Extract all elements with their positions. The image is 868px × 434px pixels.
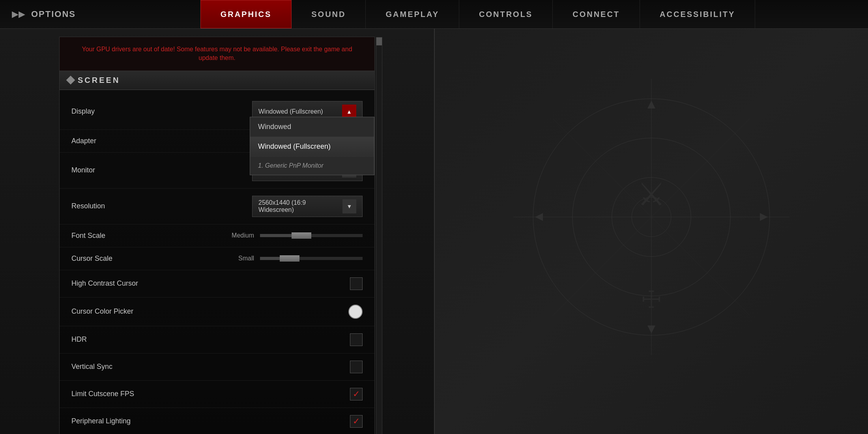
tab-sound[interactable]: SOUND (292, 0, 366, 28)
display-dropdown-options: Windowed Windowed (Fullscreen) 1. Generi… (250, 117, 374, 175)
main-content: Your GPU drivers are out of date! Some f… (0, 29, 434, 434)
cursor-scale-setting-row: Cursor Scale Small (60, 247, 374, 270)
font-scale-slider-empty (311, 234, 363, 237)
cursor-scale-label: Cursor Scale (71, 254, 226, 263)
limit-cutscene-fps-checkbox[interactable]: ✓ (350, 388, 363, 400)
right-decoration-panel: ⚔ ☩ (434, 0, 868, 434)
nav-tabs: GRAPHICS SOUND GAMEPLAY CONTROLS CONNECT… (88, 0, 868, 28)
tab-gameplay[interactable]: GAMEPLAY (366, 0, 459, 28)
peripheral-lighting-checkbox[interactable]: ✓ (350, 415, 363, 428)
svg-marker-10 (647, 101, 655, 108)
limit-cutscene-fps-setting-row: Limit Cutscene FPS ✓ (60, 381, 374, 408)
tab-controls[interactable]: CONTROLS (459, 0, 553, 28)
settings-scrollbar[interactable] (376, 37, 382, 434)
hdr-label: HDR (71, 335, 350, 344)
dropdown-option-monitor-sub: 1. Generic PnP Monitor (250, 157, 374, 175)
font-scale-label: Font Scale (71, 232, 226, 240)
svg-marker-13 (760, 213, 768, 221)
options-arrow-icon: ▶▶ (12, 9, 25, 19)
scrollbar-thumb[interactable] (376, 37, 382, 45)
cursor-scale-slider[interactable] (260, 257, 363, 260)
vertical-sync-label: Vertical Sync (71, 363, 350, 371)
svg-marker-12 (535, 213, 543, 221)
hdr-control (350, 333, 363, 346)
font-scale-slider-fill (260, 234, 292, 237)
limit-cutscene-fps-checkmark-icon: ✓ (353, 389, 360, 399)
resolution-dropdown[interactable]: 2560x1440 (16:9 Widescreen) ▼ (252, 196, 363, 217)
cursor-scale-value-label: Small (226, 255, 254, 262)
display-setting-row: Display Windowed (Fullscreen) ▲ Windowed… (60, 94, 374, 130)
options-label: OPTIONS (31, 9, 76, 19)
warning-message: Your GPU drivers are out of date! Some f… (82, 46, 352, 61)
cursor-color-picker-label: Cursor Color Picker (71, 307, 348, 316)
section-diamond-icon (66, 76, 75, 85)
resolution-setting-row: Resolution 2560x1440 (16:9 Widescreen) ▼ (60, 189, 374, 224)
tab-connect[interactable]: CONNECT (553, 0, 640, 28)
limit-cutscene-fps-control: ✓ (350, 388, 363, 400)
svg-text:⚔: ⚔ (637, 177, 666, 212)
tab-graphics[interactable]: GRAPHICS (200, 0, 292, 28)
svg-text:☩: ☩ (641, 287, 662, 313)
font-scale-slider-thumb[interactable] (292, 232, 311, 239)
peripheral-lighting-control: ✓ (350, 415, 363, 428)
settings-content: Display Windowed (Fullscreen) ▲ Windowed… (60, 90, 374, 434)
settings-panel: Your GPU drivers are out of date! Some f… (59, 37, 375, 434)
navigation-bar: ▶▶ OPTIONS GRAPHICS SOUND GAMEPLAY CONTR… (0, 0, 868, 29)
hdr-checkbox[interactable] (350, 333, 363, 346)
screen-section-title: SCREEN (78, 76, 120, 85)
vertical-sync-control (350, 361, 363, 373)
resolution-dropdown-value: 2560x1440 (16:9 Widescreen) (258, 199, 342, 213)
monitor-label: Monitor (71, 166, 252, 174)
high-contrast-cursor-label: High Contrast Cursor (71, 279, 350, 288)
hdr-setting-row: HDR (60, 326, 374, 354)
resolution-control: 2560x1440 (16:9 Widescreen) ▼ (252, 196, 363, 217)
display-dropdown-value: Windowed (Fullscreen) (258, 108, 323, 115)
limit-cutscene-fps-label: Limit Cutscene FPS (71, 390, 350, 398)
vertical-sync-checkbox[interactable] (350, 361, 363, 373)
screen-section-header: SCREEN (60, 71, 374, 90)
cursor-scale-control: Small (226, 255, 363, 262)
resolution-dropdown-arrow-icon[interactable]: ▼ (342, 199, 356, 213)
cursor-scale-slider-thumb[interactable] (280, 255, 299, 262)
svg-marker-11 (647, 326, 655, 333)
cursor-color-picker-control (348, 305, 363, 319)
high-contrast-cursor-checkbox[interactable] (350, 277, 363, 290)
cursor-scale-slider-fill (260, 257, 280, 260)
peripheral-lighting-setting-row: Peripheral Lighting ✓ (60, 408, 374, 434)
font-scale-control: Medium (226, 232, 363, 239)
tab-accessibility[interactable]: ACCESSIBILITY (640, 0, 755, 28)
high-contrast-cursor-control (350, 277, 363, 290)
cursor-scale-slider-empty (299, 257, 363, 260)
peripheral-lighting-label: Peripheral Lighting (71, 417, 350, 425)
options-section: ▶▶ OPTIONS (0, 0, 88, 28)
resolution-label: Resolution (71, 202, 252, 210)
font-scale-setting-row: Font Scale Medium (60, 224, 374, 247)
font-scale-value-label: Medium (226, 232, 254, 239)
font-scale-slider[interactable] (260, 234, 363, 237)
warning-bar: Your GPU drivers are out of date! Some f… (60, 37, 374, 71)
peripheral-lighting-checkmark-icon: ✓ (353, 416, 360, 427)
cursor-color-picker-button[interactable] (348, 305, 363, 319)
vertical-sync-setting-row: Vertical Sync (60, 354, 374, 381)
display-label: Display (71, 107, 252, 116)
high-contrast-cursor-setting-row: High Contrast Cursor (60, 270, 374, 297)
decorative-svg: ⚔ ☩ (513, 79, 789, 355)
dropdown-option-windowed[interactable]: Windowed (250, 117, 374, 137)
cursor-color-picker-setting-row: Cursor Color Picker (60, 297, 374, 326)
dropdown-option-windowed-fullscreen[interactable]: Windowed (Fullscreen) (250, 137, 374, 157)
